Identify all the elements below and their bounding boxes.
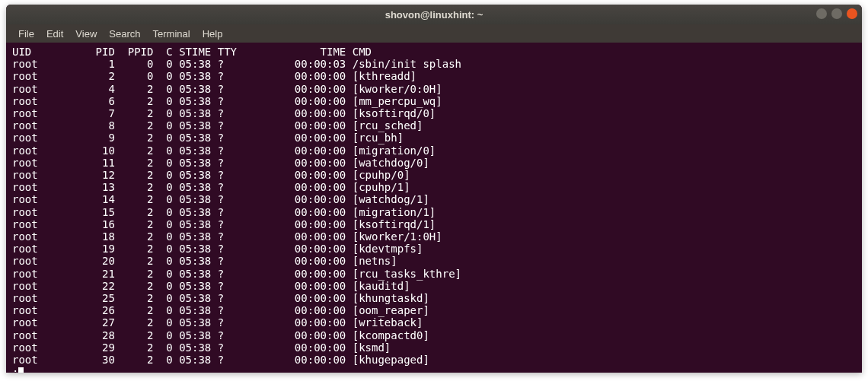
menu-terminal[interactable]: Terminal	[147, 26, 196, 42]
window-controls	[816, 8, 857, 19]
menu-view[interactable]: View	[69, 26, 103, 42]
maximize-icon[interactable]	[831, 8, 842, 19]
menu-edit[interactable]: Edit	[40, 26, 69, 42]
cursor-icon	[18, 367, 24, 373]
terminal-output[interactable]: UID PID PPID C STIME TTY TIME CMD root 1…	[6, 43, 862, 373]
terminal-window: shovon@linuxhint: ~ File Edit View Searc…	[6, 5, 862, 373]
titlebar: shovon@linuxhint: ~	[6, 5, 862, 24]
menubar: File Edit View Search Terminal Help	[6, 24, 862, 43]
minimize-icon[interactable]	[816, 8, 827, 19]
menu-help[interactable]: Help	[196, 26, 229, 42]
window-title: shovon@linuxhint: ~	[385, 9, 483, 21]
close-icon[interactable]	[847, 8, 857, 19]
menu-search[interactable]: Search	[103, 26, 146, 42]
menu-file[interactable]: File	[12, 26, 40, 42]
pager-prompt[interactable]: :	[12, 366, 18, 373]
